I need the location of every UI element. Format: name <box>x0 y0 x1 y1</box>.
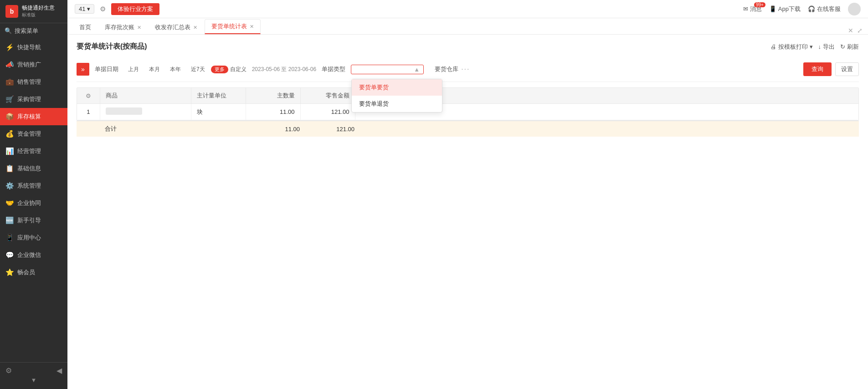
setting-btn[interactable]: 设置 <box>835 62 859 76</box>
tab-inout-summary[interactable]: 收发存汇总表 ✕ <box>149 20 204 34</box>
company-selector[interactable]: 41 ▾ <box>75 4 94 14</box>
tab-label: 库存批次账 <box>105 23 134 31</box>
warehouse-label: 要货仓库 <box>435 65 458 73</box>
refresh-icon: ↻ <box>840 43 845 50</box>
sidebar-item-label: 销售管理 <box>17 78 41 86</box>
date-label: 单据日期 <box>95 65 118 73</box>
refresh-action[interactable]: ↻ 刷新 <box>840 43 859 51</box>
sidebar-collapse-icon[interactable]: ◀ <box>56 366 62 375</box>
sidebar-item-app-center[interactable]: 📱 应用中心 <box>0 229 67 246</box>
sidebar-item-system[interactable]: ⚙️ 系统管理 <box>0 177 67 194</box>
date-this-month[interactable]: 本月 <box>145 64 164 75</box>
sidebar-item-newbie[interactable]: 🆕 新手引导 <box>0 212 67 229</box>
tab-close-requisition[interactable]: ✕ <box>250 24 254 30</box>
page-content: 要货单统计表(按商品) 🖨 按模板打印 ▾ ↓ 导出 ↻ 刷新 <box>67 35 868 389</box>
table-row: 1 块 11.00 121.00 <box>77 104 858 120</box>
type-dropdown: 要货单要货 要货单退货 <box>351 79 442 113</box>
sidebar-item-label: 库存核算 <box>17 113 41 121</box>
sidebar-item-label: 采购管理 <box>17 95 41 103</box>
sidebar-settings-icon[interactable]: ⚙ <box>5 366 12 375</box>
purchase-icon: 🛒 <box>5 95 14 103</box>
filter-action-btns: 查询 设置 <box>803 62 859 76</box>
row-product <box>100 104 191 120</box>
tab-close-inout-summary[interactable]: ✕ <box>193 25 197 31</box>
export-action[interactable]: ↓ 导出 <box>818 43 835 51</box>
messages-btn[interactable]: ✉ 消息 99+ <box>743 5 762 13</box>
sidebar-item-label: 企业协同 <box>17 199 41 207</box>
dropdown-item-return[interactable]: 要货单退货 <box>352 96 442 112</box>
sidebar-item-marketing[interactable]: 📣 营销推广 <box>0 56 67 73</box>
tab-inventory-batch[interactable]: 库存批次账 ✕ <box>98 20 148 34</box>
date-more-btn[interactable]: 更多 <box>211 66 228 73</box>
app-download-btn[interactable]: 📱 App下载 <box>769 5 801 13</box>
tab-requisition-stats[interactable]: 要货单统计表 ✕ <box>205 19 261 34</box>
type-label: 单据类型 <box>322 65 345 73</box>
download-icon: 📱 <box>769 5 776 12</box>
online-service-btn[interactable]: 🎧 在线客服 <box>808 5 841 13</box>
sidebar-item-basic-info[interactable]: 📋 基础信息 <box>0 160 67 177</box>
finance-icon: 💰 <box>5 130 14 138</box>
print-action[interactable]: 🖨 按模板打印 ▾ <box>770 43 813 51</box>
expand-icon[interactable]: ⤢ <box>857 27 863 34</box>
sidebar-item-label: 系统管理 <box>17 182 41 190</box>
messages-badge: 99+ <box>754 2 765 7</box>
sidebar-item-vip[interactable]: ⭐ 畅会员 <box>0 264 67 281</box>
page-title: 要货单统计表(按商品) <box>77 42 147 51</box>
warehouse-dots[interactable]: ··· <box>461 65 470 73</box>
sidebar-item-inventory[interactable]: 📦 库存核算 <box>0 108 67 125</box>
search-icon: 🔍 <box>5 27 12 34</box>
sidebar-item-label: 应用中心 <box>17 234 41 242</box>
sidebar-bottom: ⚙ ◀ ▼ <box>0 362 67 389</box>
topbar: 41 ▾ ⚙ 体验行业方案 ✉ 消息 99+ 📱 App下载 🎧 在线客服 <box>67 0 868 18</box>
table-header-settings[interactable]: ⚙ <box>77 88 100 104</box>
marketing-icon: 📣 <box>5 61 14 69</box>
filter-expand-btn[interactable]: » <box>77 63 89 76</box>
row-qty: 11.00 <box>246 104 300 120</box>
type-select[interactable]: ▲ 要货单要货 要货单退货 <box>351 65 424 74</box>
sidebar-item-quick-nav[interactable]: ⚡ 快捷导航 <box>0 39 67 56</box>
sidebar-item-operations[interactable]: 📊 经营管理 <box>0 143 67 160</box>
user-avatar[interactable] <box>848 3 861 15</box>
trial-btn[interactable]: 体验行业方案 <box>111 3 159 15</box>
date-custom-btn[interactable]: 自定义 <box>230 66 247 73</box>
dropdown-item-requisition[interactable]: 要货单要货 <box>352 79 442 96</box>
wechat-icon: 💬 <box>5 251 14 259</box>
sidebar-logo: b 畅捷通好生意 标准版 <box>0 0 67 23</box>
warehouse-filter: 要货仓库 ··· <box>435 65 470 73</box>
footer-total-amount: 121.00 <box>305 126 360 133</box>
sidebar-item-label: 资金管理 <box>17 130 41 138</box>
date-range-display: 2023-05-06 至 2023-06-06 <box>252 66 316 73</box>
close-all-icon[interactable]: ✕ <box>848 27 853 34</box>
date-last-7-days[interactable]: 近7天 <box>187 64 209 75</box>
sidebar-item-wechat[interactable]: 💬 企业微信 <box>0 246 67 264</box>
print-icon: 🖨 <box>770 43 776 50</box>
table-header-product: 商品 <box>100 88 191 104</box>
operations-icon: 📊 <box>5 147 14 155</box>
topbar-right: ✉ 消息 99+ 📱 App下载 🎧 在线客服 <box>743 3 861 15</box>
query-btn[interactable]: 查询 <box>803 62 832 76</box>
company-selector-label: 41 <box>79 5 85 12</box>
app-download-label: App下载 <box>778 5 801 13</box>
date-last-month[interactable]: 上月 <box>124 64 143 75</box>
tab-home[interactable]: 首页 <box>73 20 98 34</box>
topbar-gear-icon[interactable]: ⚙ <box>100 5 106 13</box>
sidebar-item-cooperation[interactable]: 🤝 企业协同 <box>0 194 67 212</box>
sidebar-item-sales[interactable]: 💼 销售管理 <box>0 73 67 91</box>
tab-label: 收发存汇总表 <box>155 23 190 31</box>
brand-name: 畅捷通好生意 <box>22 5 55 12</box>
sidebar-item-purchase[interactable]: 🛒 采购管理 <box>0 91 67 108</box>
table-header-qty: 主数量 <box>246 88 300 104</box>
sidebar-search-label: 搜索菜单 <box>15 27 38 35</box>
tab-close-inventory-batch[interactable]: ✕ <box>137 25 141 31</box>
tabs-bar: 首页 库存批次账 ✕ 收发存汇总表 ✕ 要货单统计表 ✕ ✕ ⤢ <box>67 18 868 35</box>
results-table: ⚙ 商品 主计量单位 主数量 零售金额 1 <box>77 88 858 120</box>
edition-label: 标准版 <box>22 12 55 18</box>
tab-home-label: 首页 <box>79 23 91 31</box>
table-footer: 合计 11.00 121.00 <box>77 121 859 137</box>
sidebar-item-finance[interactable]: 💰 资金管理 <box>0 125 67 143</box>
page-actions: 🖨 按模板打印 ▾ ↓ 导出 ↻ 刷新 <box>770 43 859 51</box>
sidebar-item-search[interactable]: 🔍 搜索菜单 <box>0 23 67 39</box>
date-this-year[interactable]: 本年 <box>166 64 185 75</box>
sidebar-scroll-down[interactable]: ▼ <box>0 375 67 385</box>
sidebar: b 畅捷通好生意 标准版 🔍 搜索菜单 ⚡ 快捷导航 📣 营销推广 💼 销售管理… <box>0 0 67 389</box>
